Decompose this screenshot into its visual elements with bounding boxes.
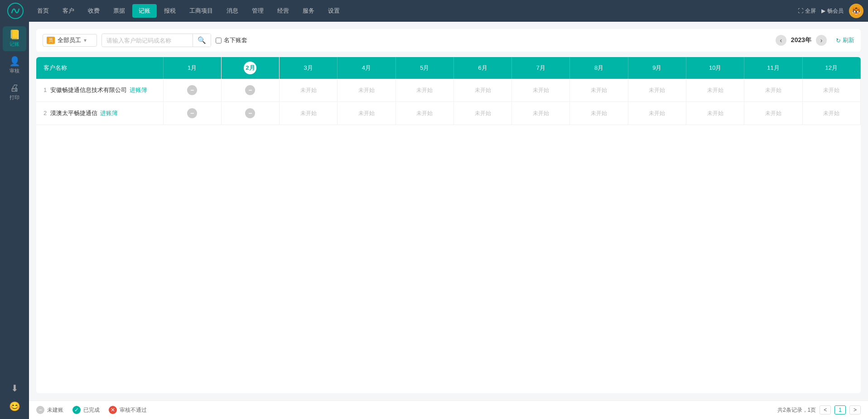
sidebar-bottom: ⬇ 😊 [3,380,26,414]
table-wrap: 客户名称 1月 2月 3月 4月 5月 6月 7月 8月 9月 [36,57,861,393]
cell-month-9-row-0: 未开始 [628,79,686,102]
nav-manage[interactable]: 管理 [246,4,270,18]
cell-month-2-row-0: − [221,79,279,102]
filter-bar: 员 全部员工 ▾ 🔍 名下账套 ‹ 2023年 › [36,29,861,52]
legend-rejected: ✕ 审核不通过 [109,406,147,414]
fullscreen-button[interactable]: ⛶ 全屏 [798,7,816,15]
col-month-2: 2月 [221,57,279,79]
nav-fee[interactable]: 收费 [82,4,106,18]
col-month-8: 8月 [570,57,628,79]
sidebar-item-accounting-label: 记账 [10,41,19,48]
legend-completed-icon: ✓ [72,406,81,414]
cell-month-1-row-1: − [163,102,221,125]
sidebar: 📒 记账 👤 审核 🖨 打印 ⬇ 😊 [0,22,29,419]
search-input[interactable] [102,35,193,46]
nav-settings[interactable]: 设置 [322,4,346,18]
cell-month-4-row-1: 未开始 [338,102,395,125]
year-nav: ‹ 2023年 › [776,35,827,46]
status-not-started: 未开始 [707,110,723,116]
status-not-started: 未开始 [300,87,317,93]
nav-service[interactable]: 服务 [296,4,321,18]
my-accounts-checkbox[interactable] [216,38,222,43]
status-not-started: 未开始 [823,87,839,93]
cell-month-4-row-0: 未开始 [338,79,395,102]
page-prev-button[interactable]: < [820,405,831,414]
status-not-started: 未开始 [300,110,317,116]
cell-month-3-row-0: 未开始 [280,79,338,102]
page-next-button[interactable]: > [849,405,861,414]
legend-completed: ✓ 已完成 [72,406,100,414]
client-num: 2 [43,110,47,116]
cell-month-8-row-1: 未开始 [570,102,628,125]
footer: − 未建账 ✓ 已完成 ✕ 审核不通过 共2条记录，1页 < 1 > [29,400,868,419]
cell-month-3-row-1: 未开始 [280,102,338,125]
sidebar-download[interactable]: ⬇ [3,380,26,396]
employee-select[interactable]: 员 全部员工 ▾ [43,34,97,47]
nav-invoice[interactable]: 票据 [107,4,131,18]
col-month-11: 11月 [744,57,802,79]
year-prev-button[interactable]: ‹ [776,35,786,46]
status-not-started: 未开始 [416,110,433,116]
accounting-icon: 📒 [9,30,20,39]
col-month-1: 1月 [163,57,221,79]
sidebar-item-print[interactable]: 🖨 打印 [3,80,26,105]
cell-client-name-1: 2漠澳太平畅捷通信进账簿 [36,102,163,125]
sidebar-item-accounting[interactable]: 📒 记账 [3,26,26,51]
status-not-started: 未开始 [358,110,375,116]
legend-not-built-label: 未建账 [47,406,63,414]
status-not-started: 未开始 [591,87,607,93]
nav-operation[interactable]: 经营 [271,4,295,18]
table-row: 2漠澳太平畅捷通信进账簿−−未开始未开始未开始未开始未开始未开始未开始未开始未开… [36,102,861,125]
nav-accounting[interactable]: 记账 [132,4,157,18]
nav-items: 首页 客户 收费 票据 记账 报税 工商项目 消息 管理 经营 服务 设置 [31,4,798,18]
year-next-button[interactable]: › [816,35,827,46]
cell-month-5-row-1: 未开始 [395,102,453,125]
main-layout: 📒 记账 👤 审核 🖨 打印 ⬇ 😊 员 全部员工 [0,22,868,419]
cell-month-6-row-1: 未开始 [453,102,511,125]
member-label: 畅会员 [827,7,844,15]
search-input-wrap: 🔍 [101,34,211,47]
cell-month-11-row-0: 未开始 [744,79,802,102]
enter-ledger-link[interactable]: 进账簿 [100,110,118,116]
cell-month-11-row-1: 未开始 [744,102,802,125]
review-icon: 👤 [9,57,20,66]
checkbox-wrap[interactable]: 名下账套 [216,36,247,44]
top-nav: 首页 客户 收费 票据 记账 报税 工商项目 消息 管理 经营 服务 设置 ⛶ … [0,0,868,22]
nav-tax[interactable]: 报税 [158,4,182,18]
refresh-label: 刷新 [843,36,854,44]
content: 员 全部员工 ▾ 🔍 名下账套 ‹ 2023年 › [29,22,868,419]
status-not-started: 未开始 [765,110,781,116]
cell-month-12-row-1: 未开始 [802,102,860,125]
nav-message[interactable]: 消息 [220,4,245,18]
legend-not-built-icon: − [36,406,44,414]
logo [5,3,26,19]
legend-rejected-label: 审核不通过 [120,406,147,414]
nav-business[interactable]: 工商项目 [183,4,219,18]
search-button[interactable]: 🔍 [193,34,211,47]
sidebar-item-review[interactable]: 👤 审核 [3,53,26,78]
status-not-started: 未开始 [707,87,723,93]
status-not-started: 未开始 [358,87,375,93]
col-month-6: 6月 [453,57,511,79]
refresh-button[interactable]: ↻ 刷新 [836,36,854,44]
member-button[interactable]: ▶ 畅会员 [821,7,844,15]
cell-month-8-row-0: 未开始 [570,79,628,102]
sidebar-user[interactable]: 😊 [3,398,26,414]
nav-client[interactable]: 客户 [56,4,81,18]
cell-month-10-row-0: 未开始 [686,79,744,102]
enter-ledger-link[interactable]: 进账簿 [130,87,147,93]
col-month-3: 3月 [280,57,338,79]
cell-month-10-row-1: 未开始 [686,102,744,125]
cell-month-6-row-0: 未开始 [453,79,511,102]
table-row: 1安徽畅捷通信息技术有限公司进账簿−−未开始未开始未开始未开始未开始未开始未开始… [36,79,861,102]
col-month-7: 7月 [512,57,570,79]
status-not-started: 未开始 [649,110,665,116]
col-month-5: 5月 [395,57,453,79]
user-icon: 😊 [9,402,20,411]
avatar[interactable]: 🐯 [849,4,863,18]
cell-month-2-row-1: − [221,102,279,125]
status-not-started: 未开始 [591,110,607,116]
footer-right: 共2条记录，1页 < 1 > [777,405,861,414]
status-not-started: 未开始 [649,87,665,93]
nav-home[interactable]: 首页 [31,4,55,18]
